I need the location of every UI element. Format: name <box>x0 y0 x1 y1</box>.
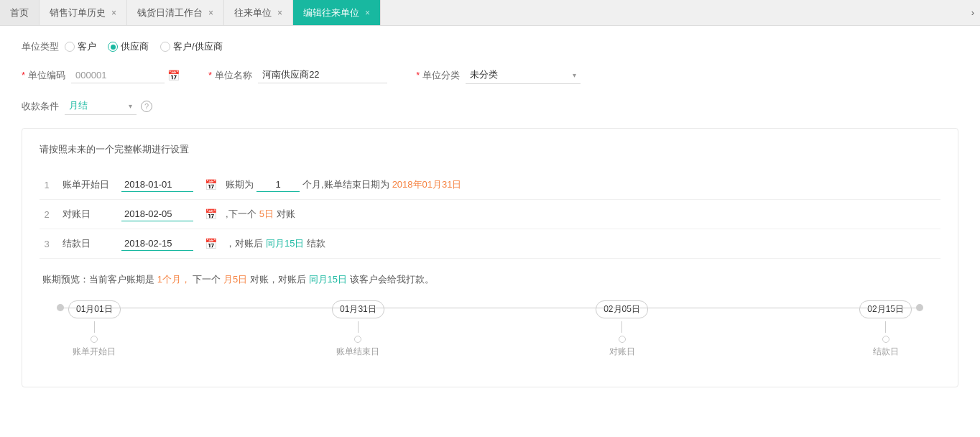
timeline-point-2: 01月31日 账单结束日 <box>332 300 384 358</box>
code-name-row: * 单位编码 📅 * 单位名称 * 单位分类 未分类 ▾ <box>22 66 958 84</box>
row2-before: ,下一个 <box>226 208 256 221</box>
timeline-connector-1 <box>94 321 95 333</box>
row2-after: 对账 <box>277 208 295 221</box>
settlement-date-input[interactable] <box>121 236 193 251</box>
tab-cash-work-close[interactable]: × <box>208 8 213 18</box>
preview-text: 账期预览：当前客户账期是 1个月， 下一个 月5日 对账，对账后 同月15日 该… <box>40 273 940 286</box>
preview-h1: 1个月， <box>157 274 190 285</box>
preview-prefix: 账期预览：当前客户账期是 <box>42 274 154 285</box>
tab-sales-history-close[interactable]: × <box>111 8 116 18</box>
timeline-connector-2 <box>358 321 359 333</box>
tab-partner-label: 往来单位 <box>234 6 272 19</box>
tab-home-label: 首页 <box>10 6 29 19</box>
category-chevron-icon: ▾ <box>573 71 576 79</box>
row1-desc-after: 个月,账单结束日期为 <box>302 178 389 191</box>
radio-both[interactable]: 客户/供应商 <box>160 40 223 53</box>
tab-sales-history[interactable]: 销售订单历史 × <box>40 0 127 25</box>
tab-sales-history-label: 销售订单历史 <box>50 6 106 19</box>
tab-cash-work[interactable]: 钱货日清工作台 × <box>127 0 224 25</box>
timeline-points: 01月01日 账单开始日 01月31日 账单结束日 02月05日 <box>61 300 919 358</box>
preview-suffix: 该客户会给我打款。 <box>350 274 434 285</box>
timeline-label-1: 账单开始日 <box>73 346 116 358</box>
timeline-label-3: 对账日 <box>609 346 635 358</box>
reconcile-row: 2 对账日 📅 ,下一个 5日 对账 <box>40 200 940 229</box>
row2-highlight: 5日 <box>259 208 274 221</box>
timeline-dot-3 <box>619 336 626 343</box>
timeline-dot-2 <box>354 336 361 343</box>
start-date-calendar-icon[interactable]: 📅 <box>205 179 217 190</box>
timeline-point-3: 02月05日 对账日 <box>596 300 648 358</box>
row3-label: 结款日 <box>63 237 113 250</box>
timeline-label-2: 账单结束日 <box>336 346 379 358</box>
radio-customer-circle <box>65 42 75 52</box>
row1-label: 账单开始日 <box>63 178 113 191</box>
name-required: * <box>208 70 212 80</box>
unit-code-label: 单位编码 <box>28 69 65 82</box>
period-input[interactable] <box>256 178 300 192</box>
timeline-bubble-3: 02月05日 <box>596 300 648 318</box>
radio-supplier-circle <box>108 42 118 52</box>
unit-code-icon[interactable]: 📅 <box>167 70 180 81</box>
timeline-end-dot <box>916 304 923 311</box>
tab-partner-close[interactable]: × <box>277 8 282 18</box>
timeline: 01月01日 账单开始日 01月31日 账单结束日 02月05日 <box>40 300 940 358</box>
unit-code-input[interactable] <box>71 68 165 83</box>
payment-select[interactable]: 月结 ▾ <box>65 97 137 115</box>
payment-value: 月结 <box>69 99 126 112</box>
tab-edit-partner[interactable]: 编辑往来单位 × <box>293 0 381 25</box>
preview-h3: 同月15日 <box>309 274 347 285</box>
setting-panel: 请按照未来的一个完整帐期进行设置 1 账单开始日 📅 账期为 个月,账单结束日期… <box>22 128 958 387</box>
unit-name-input[interactable] <box>258 68 387 83</box>
unit-type-label: 单位类型 <box>22 40 59 53</box>
unit-category-value: 未分类 <box>470 68 570 81</box>
timeline-point-4: 02月15日 结款日 <box>859 300 912 358</box>
start-date-input[interactable] <box>121 178 193 192</box>
unit-category-label: 单位分类 <box>422 69 460 82</box>
row1-highlight: 2018年01月31日 <box>392 178 462 191</box>
tab-bar: 首页 销售订单历史 × 钱货日清工作台 × 往来单位 × 编辑往来单位 × › <box>0 0 980 26</box>
payment-label: 收款条件 <box>22 100 59 113</box>
radio-both-label: 客户/供应商 <box>173 40 223 53</box>
unit-type-radio-group: 客户 供应商 客户/供应商 <box>65 40 223 53</box>
reconcile-date-calendar-icon[interactable]: 📅 <box>205 208 217 220</box>
timeline-dot-1 <box>91 336 98 343</box>
row3-before: ，对账后 <box>226 237 263 250</box>
timeline-bubble-1: 01月01日 <box>68 300 121 318</box>
row1-num: 1 <box>40 180 54 190</box>
timeline-dot-4 <box>882 336 889 343</box>
code-required: * <box>22 70 25 80</box>
row3-highlight: 同月15日 <box>266 237 304 250</box>
unit-name-label: 单位名称 <box>215 69 252 82</box>
account-start-row: 1 账单开始日 📅 账期为 个月,账单结束日期为 2018年01月31日 <box>40 170 940 200</box>
settlement-row: 3 结款日 📅 ，对账后 同月15日 结款 <box>40 229 940 259</box>
tab-edit-partner-close[interactable]: × <box>365 8 370 18</box>
radio-supplier[interactable]: 供应商 <box>108 40 149 53</box>
timeline-label-4: 结款日 <box>873 346 899 358</box>
radio-customer[interactable]: 客户 <box>65 40 96 53</box>
tab-home[interactable]: 首页 <box>0 0 40 25</box>
radio-both-circle <box>160 42 170 52</box>
row3-desc: ，对账后 同月15日 结款 <box>226 237 325 250</box>
panel-hint: 请按照未来的一个完整帐期进行设置 <box>40 143 940 156</box>
tab-overflow-button[interactable]: › <box>966 0 980 25</box>
row2-desc: ,下一个 5日 对账 <box>226 208 295 221</box>
row3-num: 3 <box>40 239 54 249</box>
row2-num: 2 <box>40 209 54 220</box>
unit-type-row: 单位类型 客户 供应商 客户/供应商 <box>22 40 958 53</box>
row3-after: 结款 <box>307 237 325 250</box>
row2-label: 对账日 <box>63 208 113 221</box>
payment-condition-row: 收款条件 月结 ▾ ? <box>22 97 958 115</box>
timeline-bubble-4: 02月15日 <box>859 300 912 318</box>
radio-supplier-label: 供应商 <box>121 40 149 53</box>
payment-chevron-icon: ▾ <box>129 102 132 110</box>
tab-partner[interactable]: 往来单位 × <box>224 0 293 25</box>
timeline-bubble-2: 01月31日 <box>332 300 384 318</box>
settlement-date-calendar-icon[interactable]: 📅 <box>205 238 217 249</box>
preview-h2: 月5日 <box>223 274 247 285</box>
main-content: 单位类型 客户 供应商 客户/供应商 * 单位编码 📅 * 单位名称 <box>0 26 980 437</box>
row1-desc: 账期为 个月,账单结束日期为 2018年01月31日 <box>226 178 461 192</box>
unit-category-select[interactable]: 未分类 ▾ <box>466 66 581 84</box>
reconcile-date-input[interactable] <box>121 207 193 221</box>
payment-help-icon[interactable]: ? <box>141 101 152 112</box>
radio-customer-label: 客户 <box>78 40 96 53</box>
